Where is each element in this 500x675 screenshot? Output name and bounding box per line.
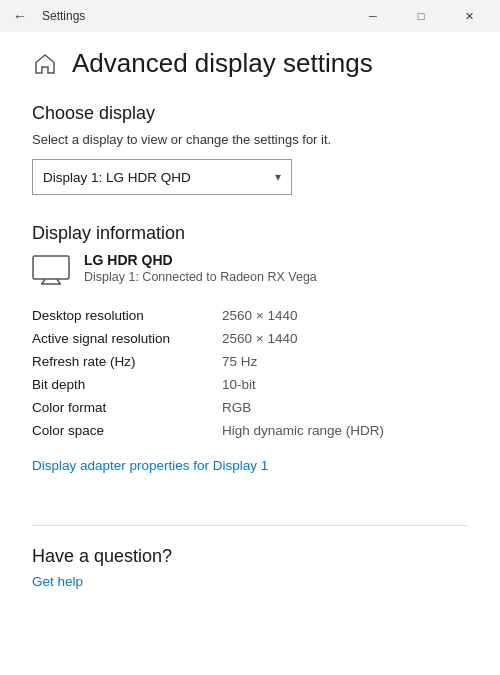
- title-bar-controls: ─ □ ✕: [350, 0, 492, 32]
- display-info-title: Display information: [32, 223, 468, 244]
- help-section: Have a question? Get help: [32, 546, 468, 589]
- info-value: RGB: [222, 396, 468, 419]
- info-label: Active signal resolution: [32, 327, 222, 350]
- table-row: Refresh rate (Hz)75 Hz: [32, 350, 468, 373]
- maximize-button[interactable]: □: [398, 0, 444, 32]
- get-help-link[interactable]: Get help: [32, 574, 83, 589]
- info-value: 10-bit: [222, 373, 468, 396]
- info-value: 2560 × 1440: [222, 327, 468, 350]
- info-value: 75 Hz: [222, 350, 468, 373]
- display-sub: Display 1: Connected to Radeon RX Vega: [84, 270, 317, 284]
- home-icon: [32, 51, 58, 77]
- back-button[interactable]: ←: [8, 4, 32, 28]
- info-value: 2560 × 1440: [222, 304, 468, 327]
- display-info-table: Desktop resolution2560 × 1440Active sign…: [32, 304, 468, 442]
- adapter-link[interactable]: Display adapter properties for Display 1: [32, 458, 268, 473]
- title-bar-title: Settings: [42, 9, 85, 23]
- display-info-header: LG HDR QHD Display 1: Connected to Radeo…: [32, 252, 468, 286]
- table-row: Color spaceHigh dynamic range (HDR): [32, 419, 468, 442]
- table-row: Active signal resolution2560 × 1440: [32, 327, 468, 350]
- choose-display-desc: Select a display to view or change the s…: [32, 132, 468, 147]
- title-bar: ← Settings ─ □ ✕: [0, 0, 500, 32]
- display-dropdown-value: Display 1: LG HDR QHD: [43, 170, 191, 185]
- title-bar-left: ← Settings: [8, 4, 350, 28]
- info-label: Refresh rate (Hz): [32, 350, 222, 373]
- page-title: Advanced display settings: [72, 48, 373, 79]
- svg-rect-0: [33, 256, 69, 279]
- display-dropdown[interactable]: Display 1: LG HDR QHD ▾: [32, 159, 292, 195]
- table-row: Desktop resolution2560 × 1440: [32, 304, 468, 327]
- page-header: Advanced display settings: [32, 48, 468, 79]
- info-label: Desktop resolution: [32, 304, 222, 327]
- display-info-section: Display information LG HDR QHD Display 1…: [32, 223, 468, 505]
- info-value: High dynamic range (HDR): [222, 419, 468, 442]
- table-row: Bit depth10-bit: [32, 373, 468, 396]
- info-label: Bit depth: [32, 373, 222, 396]
- choose-display-section: Choose display Select a display to view …: [32, 103, 468, 195]
- close-button[interactable]: ✕: [446, 0, 492, 32]
- chevron-down-icon: ▾: [275, 170, 281, 184]
- info-label: Color format: [32, 396, 222, 419]
- main-content: Advanced display settings Choose display…: [0, 32, 500, 675]
- table-row: Color formatRGB: [32, 396, 468, 419]
- monitor-icon: [32, 254, 70, 286]
- display-name: LG HDR QHD: [84, 252, 317, 268]
- display-name-block: LG HDR QHD Display 1: Connected to Radeo…: [84, 252, 317, 284]
- choose-display-title: Choose display: [32, 103, 468, 124]
- help-title: Have a question?: [32, 546, 468, 567]
- section-divider: [32, 525, 468, 526]
- info-label: Color space: [32, 419, 222, 442]
- minimize-button[interactable]: ─: [350, 0, 396, 32]
